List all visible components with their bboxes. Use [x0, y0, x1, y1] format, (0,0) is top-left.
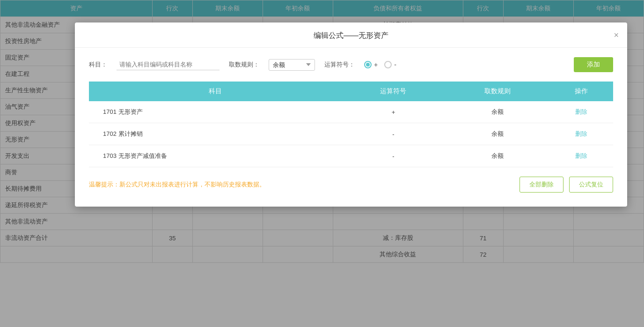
table-header-row: 科目 运算符号 取数规则 操作	[89, 82, 613, 101]
modal-footer: 温馨提示：新公式只对未出报表进行计算，不影响历史报表数据。 全部删除 公式复位	[75, 167, 627, 193]
row3-delete-link[interactable]: 删除	[575, 152, 587, 159]
row3-operator: -	[341, 145, 445, 167]
row2-subject: 1702 累计摊销	[89, 123, 341, 145]
row1-rule: 余额	[446, 101, 549, 123]
row1-operator: +	[341, 101, 445, 123]
rule-label: 取数规则：	[229, 60, 259, 69]
col-action: 操作	[549, 82, 613, 101]
inner-table-wrap: 科目 运算符号 取数规则 操作 1701 无形资产 + 余额 删除 1702 累…	[89, 82, 613, 167]
row2-operator: -	[341, 123, 445, 145]
rule-select-wrap: 余额 借方发生额 贷方发生额	[269, 59, 315, 71]
subject-label: 科目：	[89, 60, 107, 69]
row1-delete-link[interactable]: 删除	[575, 108, 587, 115]
form-row: 科目： 取数规则： 余额 借方发生额 贷方发生额 运算符号： + - 添加	[75, 48, 627, 82]
hint-text: 温馨提示：新公式只对未出报表进行计算，不影响历史报表数据。	[89, 180, 265, 189]
formula-table: 科目 运算符号 取数规则 操作 1701 无形资产 + 余额 删除 1702 累…	[89, 82, 613, 167]
col-rule: 取数规则	[446, 82, 549, 101]
reset-formula-button[interactable]: 公式复位	[569, 177, 613, 193]
col-operator: 运算符号	[341, 82, 445, 101]
table-row: 1701 无形资产 + 余额 删除	[89, 101, 613, 123]
operator-label: 运算符号：	[324, 60, 355, 69]
add-button[interactable]: 添加	[574, 57, 613, 72]
modal-header: 编辑公式——无形资产 ×	[75, 22, 627, 48]
radio-plus-circle	[364, 61, 372, 68]
row3-subject: 1703 无形资产减值准备	[89, 145, 341, 167]
row2-delete-link[interactable]: 删除	[575, 130, 587, 137]
subject-input[interactable]	[117, 59, 220, 70]
radio-minus-circle	[384, 61, 392, 68]
table-row: 1703 无形资产减值准备 - 余额 删除	[89, 145, 613, 167]
row2-rule: 余额	[446, 123, 549, 145]
col-subject: 科目	[89, 82, 341, 101]
close-icon[interactable]: ×	[614, 31, 619, 39]
delete-all-button[interactable]: 全部删除	[520, 177, 564, 193]
operator-minus-label: -	[394, 61, 396, 68]
modal-dialog: 编辑公式——无形资产 × 科目： 取数规则： 余额 借方发生额 贷方发生额 运算…	[75, 22, 627, 207]
operator-plus-radio[interactable]: +	[364, 61, 378, 68]
row1-subject: 1701 无形资产	[89, 101, 341, 123]
footer-buttons: 全部删除 公式复位	[520, 177, 613, 193]
operator-minus-radio[interactable]: -	[384, 61, 396, 68]
row3-rule: 余额	[446, 145, 549, 167]
rule-select[interactable]: 余额 借方发生额 贷方发生额	[269, 59, 315, 71]
table-row: 1702 累计摊销 - 余额 删除	[89, 123, 613, 145]
operator-radio-group: + -	[364, 61, 396, 68]
operator-plus-label: +	[374, 61, 378, 68]
modal-title: 编辑公式——无形资产	[314, 31, 388, 41]
